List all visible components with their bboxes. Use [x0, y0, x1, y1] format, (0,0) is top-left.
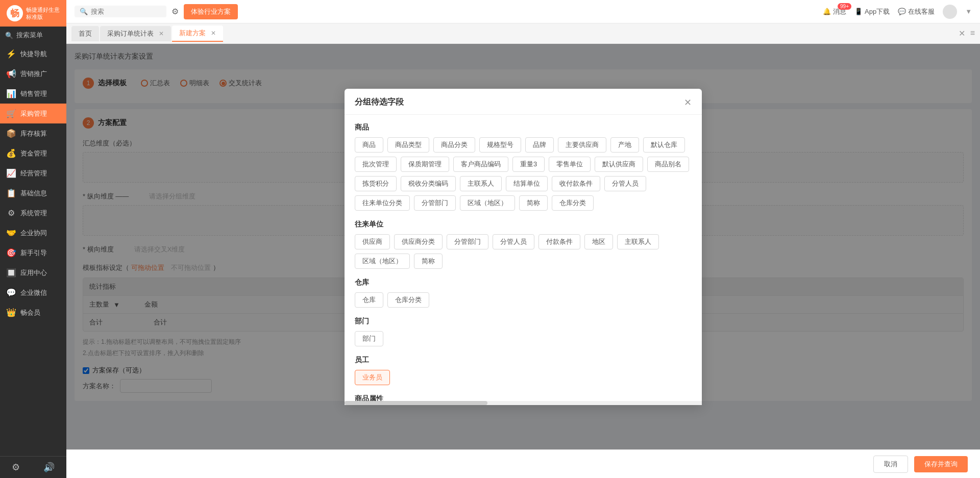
sidebar-item-apps[interactable]: 🔲 应用中心	[0, 263, 66, 283]
audio-bottom-icon[interactable]: 🔊	[43, 462, 55, 473]
section-goods: 商品 商品 商品类型 商品分类 规格型号 品牌 主要供应商 产地 默认仓库 批次…	[355, 123, 692, 211]
tag-goods-4[interactable]: 品牌	[525, 137, 554, 153]
field-select-modal: 分组待选字段 ✕ 商品 商品 商品类型 商品分类 规格型号	[345, 89, 702, 405]
header-left: 🔍 ⚙ 体验行业方案	[75, 4, 238, 19]
sidebar-search[interactable]: 🔍 搜索菜单	[0, 27, 66, 44]
online-service-item[interactable]: 💬 在线客服	[898, 7, 935, 16]
tag-goods-7[interactable]: 默认仓库	[643, 137, 685, 153]
tab-bar-actions: ✕ ≡	[959, 29, 975, 38]
notification-item[interactable]: 🔔 消息 99+	[823, 7, 846, 16]
sidebar-item-basic-info[interactable]: 📋 基础信息	[0, 183, 66, 203]
tag-goods-21[interactable]: 往来单位分类	[355, 195, 410, 211]
experience-button[interactable]: 体验行业方案	[184, 4, 238, 19]
sidebar-item-sales[interactable]: 📊 销售管理	[0, 84, 66, 104]
tag-goods-16[interactable]: 税收分类编码	[401, 176, 456, 191]
sidebar-nav: ⚡ 快捷导航 📢 营销推广 📊 销售管理 🛒 采购管理 📦 库存核算 💰	[0, 44, 66, 456]
tag-contact-6[interactable]: 主联系人	[617, 234, 659, 249]
tag-goods-5[interactable]: 主要供应商	[558, 137, 606, 153]
cancel-button[interactable]: 取消	[873, 456, 908, 473]
section-dept-title: 部门	[355, 317, 692, 326]
sidebar-item-operations[interactable]: 📈 经营管理	[0, 163, 66, 183]
tag-goods-14[interactable]: 商品别名	[647, 157, 689, 172]
tab-menu-icon[interactable]: ≡	[970, 29, 975, 38]
tag-contact-3[interactable]: 分管人员	[493, 234, 534, 249]
tag-goods-25[interactable]: 仓库分类	[552, 195, 594, 211]
tag-goods-10[interactable]: 客户商品编码	[453, 157, 508, 172]
tab-purchase-stats[interactable]: 采购订单统计表 ✕	[100, 26, 171, 41]
modal-scrollbar-thumb	[345, 401, 487, 405]
collab-icon: 🤝	[6, 228, 16, 238]
modal-scrollbar-h[interactable]	[345, 401, 702, 405]
basic-info-icon: 📋	[6, 188, 16, 198]
tag-contact-4[interactable]: 付款条件	[538, 234, 580, 249]
section-staff: 员工 业务员	[355, 356, 692, 385]
section-warehouse-title: 仓库	[355, 278, 692, 287]
user-avatar[interactable]	[943, 5, 957, 19]
sidebar-item-system[interactable]: ⚙ 系统管理	[0, 203, 66, 223]
tag-contact-2[interactable]: 分管部门	[447, 234, 488, 249]
tag-goods-19[interactable]: 收付款条件	[552, 176, 600, 191]
sidebar-item-marketing[interactable]: 📢 营销推广	[0, 64, 66, 84]
header-search-input[interactable]	[91, 8, 152, 15]
tag-goods-6[interactable]: 产地	[610, 137, 639, 153]
page-content: 采购订单统计表方案设置 1 选择模板 汇总表 明细表	[66, 44, 980, 449]
save-button[interactable]: 保存并查询	[914, 456, 968, 472]
tag-goods-3[interactable]: 规格型号	[479, 137, 521, 153]
tag-goods-8[interactable]: 批次管理	[355, 157, 397, 172]
tag-goods-23[interactable]: 区域（地区）	[460, 195, 515, 211]
sidebar-item-collab[interactable]: 🤝 企业协同	[0, 223, 66, 243]
tag-goods-9[interactable]: 保质期管理	[401, 157, 449, 172]
tag-contact-7[interactable]: 区域（地区）	[355, 254, 410, 269]
section-goods-attr-title: 商品属性	[355, 394, 692, 401]
sidebar-item-wechat[interactable]: 💬 企业微信	[0, 283, 66, 303]
header-search-box[interactable]: 🔍	[75, 6, 166, 17]
section-staff-tags: 业务员	[355, 370, 692, 385]
tag-contact-5[interactable]: 地区	[584, 234, 613, 249]
sidebar-item-member[interactable]: 👑 畅会员	[0, 303, 66, 322]
tag-goods-22[interactable]: 分管部门	[414, 195, 456, 211]
sidebar-logo[interactable]: 畅 畅捷通好生意 标准版	[0, 0, 66, 27]
tag-goods-15[interactable]: 拣货积分	[355, 176, 397, 191]
tag-goods-12[interactable]: 零售单位	[549, 157, 591, 172]
sidebar-item-quick[interactable]: ⚡ 快捷导航	[0, 44, 66, 64]
tag-staff-0[interactable]: 业务员	[355, 370, 390, 385]
modal-title: 分组待选字段	[355, 97, 404, 108]
tag-dept-0[interactable]: 部门	[355, 331, 383, 346]
tab-new-plan[interactable]: 新建方案 ✕	[172, 26, 223, 42]
app-download-item[interactable]: 📱 App下载	[854, 7, 890, 16]
section-contacts: 往来单位 供应商 供应商分类 分管部门 分管人员 付款条件 地区 主联系人 区域…	[355, 220, 692, 269]
tab-home[interactable]: 首页	[71, 26, 99, 41]
app-header: 🔍 ⚙ 体验行业方案 🔔 消息 99+ 📱 App下载 💬 在	[66, 0, 980, 23]
tab-close-all-icon[interactable]: ✕	[959, 29, 965, 38]
sales-icon: 📊	[6, 89, 16, 98]
section-dept-tags: 部门	[355, 331, 692, 346]
sidebar-item-inventory[interactable]: 📦 库存核算	[0, 123, 66, 143]
sidebar-item-guide[interactable]: 🎯 新手引导	[0, 243, 66, 263]
tag-goods-17[interactable]: 主联系人	[460, 176, 502, 191]
section-dept: 部门 部门	[355, 317, 692, 346]
header-gear-icon[interactable]: ⚙	[172, 7, 179, 16]
settings-bottom-icon[interactable]: ⚙	[12, 462, 20, 473]
main-content: 🔍 ⚙ 体验行业方案 🔔 消息 99+ 📱 App下载 💬 在	[66, 0, 980, 478]
modal-close-button[interactable]: ✕	[684, 97, 692, 108]
header-caret-icon[interactable]: ▼	[965, 8, 972, 15]
tag-warehouse-0[interactable]: 仓库	[355, 292, 383, 308]
tag-goods-1[interactable]: 商品类型	[387, 137, 429, 153]
sidebar-item-purchase[interactable]: 🛒 采购管理	[0, 104, 66, 123]
tag-goods-0[interactable]: 商品	[355, 137, 383, 153]
tag-goods-11[interactable]: 重量3	[512, 157, 545, 172]
tag-goods-13[interactable]: 默认供应商	[595, 157, 643, 172]
tag-goods-24[interactable]: 简称	[519, 195, 548, 211]
tag-goods-18[interactable]: 结算单位	[506, 176, 548, 191]
tab-new-plan-close[interactable]: ✕	[211, 30, 216, 37]
sidebar-item-finance[interactable]: 💰 资金管理	[0, 143, 66, 163]
tag-contact-0[interactable]: 供应商	[355, 234, 390, 249]
tag-warehouse-1[interactable]: 仓库分类	[387, 292, 429, 308]
tag-contact-1[interactable]: 供应商分类	[394, 234, 443, 249]
tag-goods-2[interactable]: 商品分类	[433, 137, 475, 153]
tab-purchase-stats-close[interactable]: ✕	[159, 30, 164, 37]
sidebar-bottom: ⚙ 🔊	[0, 456, 66, 478]
action-bar: 取消 保存并查询	[66, 449, 980, 478]
tag-contact-8[interactable]: 简称	[414, 254, 443, 269]
tag-goods-20[interactable]: 分管人员	[604, 176, 646, 191]
